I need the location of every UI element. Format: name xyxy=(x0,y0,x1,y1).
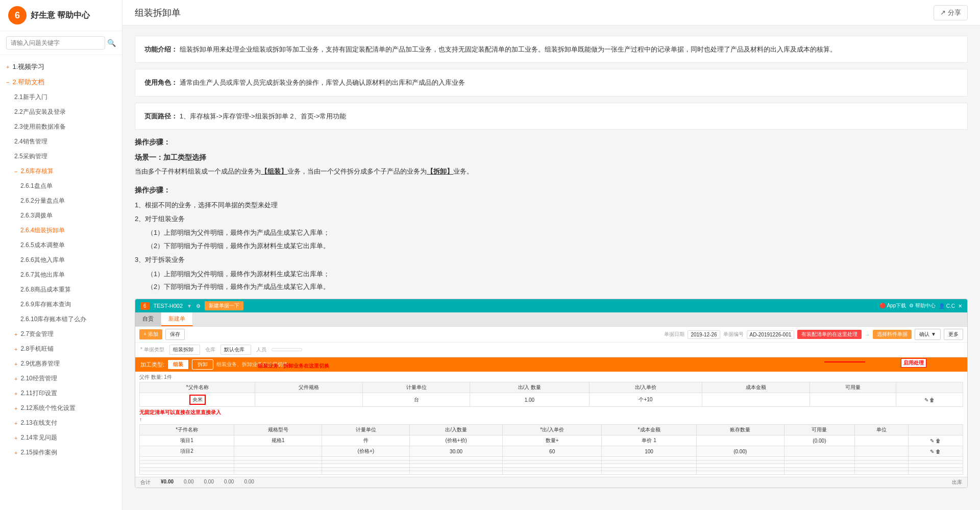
ss-person[interactable] xyxy=(272,348,302,351)
role-block: 使用角色： 通常由生产人员或库管人员完成折装业务的操作，库管人员确认原材料的出库… xyxy=(135,69,968,96)
ss-assembly-btn[interactable]: 组装 xyxy=(167,359,189,370)
sidebar-item-268[interactable]: 2.6.8商品成本重算 xyxy=(0,282,122,297)
screenshot-container: 6 TEST-H002 ▼ ⚙ 新建单据一下 🔴 App下载 ⚙ 帮助中心 👤 … xyxy=(135,299,968,488)
content-area: 功能介绍： 组装拆卸单用来处理企业组装或拆卸等加工业务，支持有固定装配清单的产品… xyxy=(122,26,980,510)
ss-new-btn[interactable]: 新建单据一下 xyxy=(205,301,243,310)
expand-icon: + xyxy=(14,376,17,382)
table-row: 央米 台 1.00 个+10 ✎ 🗑 xyxy=(140,393,963,407)
ss-num: AD-20191226-001 xyxy=(747,330,795,339)
sidebar-item-263[interactable]: 2.6.3调拨单 xyxy=(0,208,122,223)
ss-process-btn[interactable]: 选择料件单据 xyxy=(873,330,912,339)
sidebar-item-29[interactable]: + 2.9优惠券管理 xyxy=(0,356,122,371)
sidebar: 6 好生意 帮助中心 🔍 + 1.视频学习 − 2.帮助文档 2.1新手入门 2… xyxy=(0,0,122,510)
sidebar-item-211[interactable]: + 2.11打印设置 xyxy=(0,386,122,401)
scenario1-desc: 当由多个子件材料组装成一个成品的业务为【组装】业务，当由一个父件拆分成多个子产品… xyxy=(135,165,968,177)
func-intro-text: 组装拆卸单用来处理企业组装或拆卸等加工业务，支持有固定装配清单的产品加工业务，也… xyxy=(180,45,837,53)
share-icon: ↗ xyxy=(940,9,946,16)
step3: 3、对于拆装业务 xyxy=(135,254,968,265)
page-title: 组装拆卸单 xyxy=(135,7,181,19)
step2: 2、对于组装业务 xyxy=(135,213,968,225)
ss-top-table: *父件名称 父件规格 计量单位 出/入 数量 出/入单价 成本金额 可用量 xyxy=(139,382,963,407)
sidebar-item-267[interactable]: 2.6.7其他出库单 xyxy=(0,268,122,282)
sidebar-item-261[interactable]: 2.6.1盘点单 xyxy=(0,179,122,193)
logo-icon: 6 xyxy=(8,6,27,25)
ss-annot-nofixed: 无固定清单可以直接在这里直接录入 xyxy=(139,409,221,415)
sidebar-item-212[interactable]: + 2.12系统个性化设置 xyxy=(0,401,122,416)
logo-text: 好生意 帮助中心 xyxy=(31,10,90,21)
expand-icon: + xyxy=(6,64,9,70)
expand-icon: + xyxy=(14,450,17,456)
step1: 1、根据不同的业务，选择不同单据的类型来处理 xyxy=(135,199,968,211)
sidebar-item-install[interactable]: 2.2产品安装及登录 xyxy=(0,105,122,119)
sidebar-item-28[interactable]: + 2.8手机旺铺 xyxy=(0,342,122,356)
main-area: 组装拆卸单 ↗ 分享 功能介绍： 组装拆卸单用来处理企业组装或拆卸等加工业务，支… xyxy=(122,0,980,510)
expand-icon: + xyxy=(14,346,17,352)
sidebar-item-inventory[interactable]: − 2.6库存核算 xyxy=(0,164,122,179)
ss-bottom-table-container: *子件名称 规格型号 计量单位 出/入数量 *出/入单价 *成本金额 账存数量 … xyxy=(135,423,967,477)
sidebar-item-269[interactable]: 2.6.9库存账本查询 xyxy=(0,297,122,312)
ss-tabs: 自贡 新建单 xyxy=(135,312,967,327)
path-text: 1、库存核算->库存管理->组装拆卸单 2、首页->常用功能 xyxy=(180,112,347,120)
ss-tab-new[interactable]: 新建单 xyxy=(161,312,193,326)
search-input[interactable] xyxy=(6,36,105,50)
sidebar-item-purchase[interactable]: 2.5采购管理 xyxy=(0,149,122,164)
screenshot-window: 6 TEST-H002 ▼ ⚙ 新建单据一下 🔴 App下载 ⚙ 帮助中心 👤 … xyxy=(135,299,967,488)
sidebar-item-262[interactable]: 2.6.2分量盘点单 xyxy=(0,193,122,208)
table-row xyxy=(140,471,963,475)
ss-footer: 合计 ¥0.00 0.00 0.00 0.00 0.00 出库 xyxy=(135,477,967,488)
step3-sub2: （2）下部明细为子件明细，最终作为产成品生成某它入库单。 xyxy=(135,281,968,293)
ss-logo: 6 xyxy=(140,302,150,310)
sidebar-item-210[interactable]: + 2.10经营管理 xyxy=(0,371,122,386)
ss-parent-item[interactable]: 央米 xyxy=(189,395,206,405)
path-block: 页面路径： 1、库存核算->库存管理->组装拆卸单 2、首页->常用功能 xyxy=(135,103,968,130)
ss-top-table-label: 父件 数量: 1件 xyxy=(139,374,963,381)
ss-window-title: TEST-H002 xyxy=(154,303,183,309)
ss-tab-empty[interactable] xyxy=(193,312,207,326)
sidebar-item-video[interactable]: + 1.视频学习 xyxy=(0,59,122,75)
expand-icon: + xyxy=(14,405,17,411)
ss-tab-zg[interactable]: 自贡 xyxy=(135,312,161,326)
expand-icon: − xyxy=(14,168,17,175)
ss-annot-switch: 组装业务、拆卸业务在这里切换 xyxy=(258,362,329,370)
sidebar-item-213[interactable]: + 2.13在线支付 xyxy=(0,416,122,430)
sidebar-item-helpdoc[interactable]: − 2.帮助文档 xyxy=(0,75,122,90)
ss-disassembly-btn[interactable]: 拆卸 xyxy=(192,359,213,370)
ss-nav-row: + 添加 保存 单据日期 2019-12-26 单据编号 AD-20191226… xyxy=(135,327,967,343)
sidebar-header: 6 好生意 帮助中心 xyxy=(0,0,122,31)
ss-add-btn[interactable]: + 添加 xyxy=(139,329,162,339)
table-row: 项目1 规格1 件 (价格+价) 数量+ 单价 1 (0.00) ✎ 🗑 xyxy=(140,435,963,446)
sidebar-item-214[interactable]: + 2.14常见问题 xyxy=(0,430,122,445)
search-icon[interactable]: 🔍 xyxy=(107,39,116,47)
sidebar-item-dataprep[interactable]: 2.3使用前数据准备 xyxy=(0,119,122,134)
sidebar-item-27[interactable]: + 2.7资金管理 xyxy=(0,327,122,342)
expand-icon: + xyxy=(14,361,17,367)
ss-type[interactable]: 组装拆卸 xyxy=(169,345,200,355)
table-row xyxy=(140,464,963,468)
ss-confirm-btn[interactable]: 确认 ▼ xyxy=(915,329,941,340)
sidebar-item-266[interactable]: 2.6.6其他入库单 xyxy=(0,253,122,268)
share-button[interactable]: ↗ 分享 xyxy=(934,5,968,20)
sidebar-item-265[interactable]: 2.6.5成本调整单 xyxy=(0,238,122,253)
nav-tree: + 1.视频学习 − 2.帮助文档 2.1新手入门 2.2产品安装及登录 2.3… xyxy=(0,55,122,510)
ss-annot-highlight: 有装配清单的在这里处理 xyxy=(797,330,862,339)
sidebar-item-264[interactable]: 2.6.4组装拆卸单 xyxy=(0,223,122,238)
sidebar-item-215[interactable]: + 2.15操作案例 xyxy=(0,445,122,460)
role-text: 通常由生产人员或库管人员完成折装业务的操作，库管人员确认原材料的出库和产成品的入… xyxy=(180,79,465,86)
ss-window-header: 6 TEST-H002 ▼ ⚙ 新建单据一下 🔴 App下载 ⚙ 帮助中心 👤 … xyxy=(135,299,967,312)
ss-form-row: * 单据类型 组装拆卸 仓库 默认仓库 人员 xyxy=(135,343,967,357)
ss-save-btn[interactable]: 保存 xyxy=(165,329,185,340)
ss-bottom-table: *子件名称 规格型号 计量单位 出/入数量 *出/入单价 *成本金额 账存数量 … xyxy=(139,424,963,475)
ss-more-btn[interactable]: 更多 xyxy=(944,329,963,340)
step2-sub2: （2）下部明细为子件明细，最终作为原材料生成某它出库单。 xyxy=(135,240,968,252)
expand-icon: + xyxy=(14,420,17,426)
ss-date: 2019-12-26 xyxy=(688,330,720,339)
sidebar-item-newuser[interactable]: 2.1新手入门 xyxy=(0,90,122,105)
sidebar-item-2610[interactable]: 2.6.10库存账本错了么办 xyxy=(0,312,122,327)
table-row xyxy=(140,460,963,464)
step3-sub1: （1）上部明细为父件明细，最终作为原材料生成某它出库单； xyxy=(135,268,968,280)
ss-warehouse[interactable]: 默认仓库 xyxy=(220,345,251,355)
role-label: 使用角色： xyxy=(144,79,178,86)
sidebar-item-sales[interactable]: 2.4销售管理 xyxy=(0,134,122,149)
expand-icon: + xyxy=(14,331,17,337)
search-box: 🔍 xyxy=(0,31,122,55)
